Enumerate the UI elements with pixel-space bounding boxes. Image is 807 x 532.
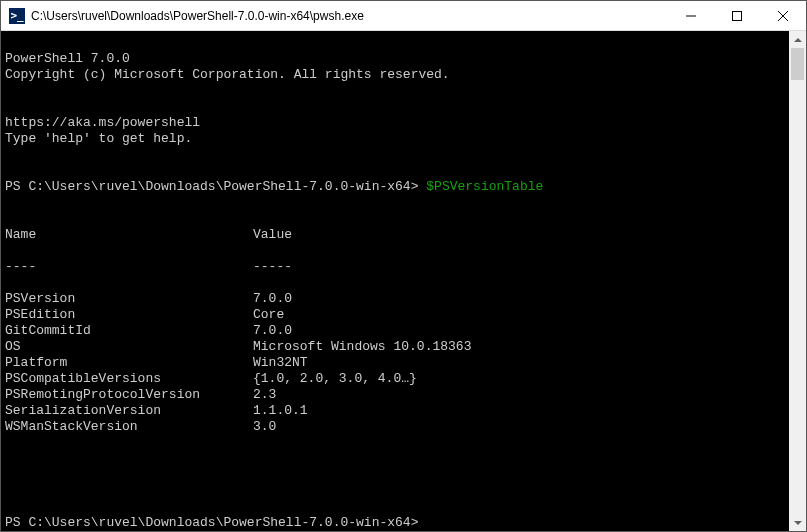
col-header-name: Name	[5, 227, 253, 243]
blank-line	[5, 195, 785, 211]
table-row: OSMicrosoft Windows 10.0.18363	[5, 339, 785, 355]
chevron-down-icon	[794, 519, 802, 527]
titlebar[interactable]: >_ C:\Users\ruvel\Downloads\PowerShell-7…	[1, 1, 806, 31]
blank-line	[5, 451, 785, 467]
col-header-value: Value	[253, 227, 292, 243]
cell-name: PSEdition	[5, 307, 253, 323]
table-header: NameValue	[5, 227, 785, 243]
cell-value: 3.0	[253, 419, 276, 435]
table-row: PSEditionCore	[5, 307, 785, 323]
table-divider: ---------	[5, 259, 785, 275]
table-row: PlatformWin32NT	[5, 355, 785, 371]
minimize-button[interactable]	[668, 1, 714, 31]
table-row: PSRemotingProtocolVersion2.3	[5, 387, 785, 403]
banner-line: PowerShell 7.0.0	[5, 51, 130, 66]
prompt-prefix: PS C:\Users\ruvel\Downloads\PowerShell-7…	[5, 515, 426, 530]
cell-value: Microsoft Windows 10.0.18363	[253, 339, 471, 355]
maximize-icon	[732, 11, 742, 21]
cell-value: 2.3	[253, 387, 276, 403]
cell-name: SerializationVersion	[5, 403, 253, 419]
banner-line: Type 'help' to get help.	[5, 131, 192, 146]
cell-name: WSManStackVersion	[5, 419, 253, 435]
table-row: PSCompatibleVersions{1.0, 2.0, 3.0, 4.0……	[5, 371, 785, 387]
prompt-command: $PSVersionTable	[426, 179, 543, 194]
close-button[interactable]	[760, 1, 806, 31]
banner-line: Copyright (c) Microsoft Corporation. All…	[5, 67, 450, 82]
col-div-name: ----	[5, 259, 253, 275]
prompt-prefix: PS C:\Users\ruvel\Downloads\PowerShell-7…	[5, 179, 426, 194]
powershell-icon: >_	[9, 8, 25, 24]
cell-name: PSRemotingProtocolVersion	[5, 387, 253, 403]
table-row: GitCommitId7.0.0	[5, 323, 785, 339]
cell-name: Platform	[5, 355, 253, 371]
powershell-icon-glyph: >_	[10, 10, 23, 21]
minimize-icon	[686, 11, 696, 21]
col-div-value: -----	[253, 259, 292, 275]
cell-value: 7.0.0	[253, 323, 292, 339]
svg-rect-0	[733, 11, 742, 20]
table-row: PSVersion7.0.0	[5, 291, 785, 307]
scroll-down-button[interactable]	[789, 514, 806, 531]
terminal-output[interactable]: PowerShell 7.0.0 Copyright (c) Microsoft…	[1, 31, 789, 531]
table-body: PSVersion7.0.0PSEditionCoreGitCommitId7.…	[5, 291, 785, 435]
cell-name: GitCommitId	[5, 323, 253, 339]
vertical-scrollbar[interactable]	[789, 31, 806, 531]
table-row: WSManStackVersion3.0	[5, 419, 785, 435]
cell-value: {1.0, 2.0, 3.0, 4.0…}	[253, 371, 417, 387]
scroll-up-button[interactable]	[789, 31, 806, 48]
cell-value: 7.0.0	[253, 291, 292, 307]
window-title: C:\Users\ruvel\Downloads\PowerShell-7.0.…	[31, 9, 364, 23]
scroll-thumb[interactable]	[791, 48, 804, 80]
blank-line	[5, 147, 785, 163]
cell-value: Core	[253, 307, 284, 323]
chevron-up-icon	[794, 36, 802, 44]
close-icon	[778, 11, 788, 21]
prompt-line: PS C:\Users\ruvel\Downloads\PowerShell-7…	[5, 179, 543, 194]
table-row: SerializationVersion1.1.0.1	[5, 403, 785, 419]
terminal-container: PowerShell 7.0.0 Copyright (c) Microsoft…	[1, 31, 806, 531]
scroll-track[interactable]	[789, 48, 806, 514]
cell-name: PSCompatibleVersions	[5, 371, 253, 387]
prompt-line: PS C:\Users\ruvel\Downloads\PowerShell-7…	[5, 515, 433, 530]
cell-name: OS	[5, 339, 253, 355]
cell-value: 1.1.0.1	[253, 403, 308, 419]
cell-name: PSVersion	[5, 291, 253, 307]
banner-line: https://aka.ms/powershell	[5, 115, 200, 130]
maximize-button[interactable]	[714, 1, 760, 31]
blank-line	[5, 83, 785, 99]
cell-value: Win32NT	[253, 355, 308, 371]
blank-line	[5, 483, 785, 499]
